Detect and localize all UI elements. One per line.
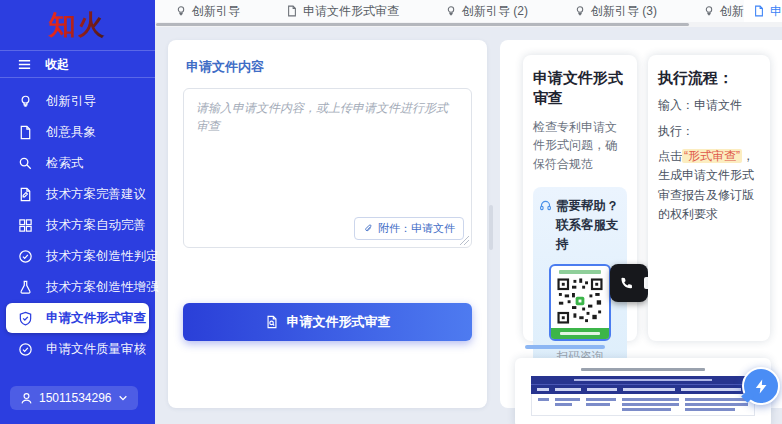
sidebar-item-formality-review[interactable]: 申请文件形式审查 [6, 303, 149, 333]
formality-review-submit-button[interactable]: 申请文件形式审查 [183, 303, 472, 341]
sidebar-item-solution-improvement-advice[interactable]: 技术方案完善建议 [6, 179, 149, 209]
qr-top-caption [559, 270, 602, 274]
tab-formality-review-1[interactable]: 申请文件形式审查 [286, 3, 399, 20]
lightbulb-icon [18, 94, 33, 109]
tab-innovation-guide-2[interactable]: 创新引导 (2) [445, 3, 528, 20]
sidebar-collapse-toggle[interactable]: 收起 [0, 50, 155, 78]
help-title-row: 需要帮助？联系客服支持 [539, 197, 621, 253]
sidebar-item-idea-visualization[interactable]: 创意具象 [6, 117, 149, 147]
sidebar-item-label: 技术方案创造性增强 [46, 279, 159, 296]
attachment-button-label: 附件：申请文件 [378, 221, 455, 236]
application-content-textarea[interactable]: 请输入申请文件内容，或上传申请文件进行形式审查 附件：申请文件 [183, 88, 472, 248]
sidebar-item-label: 申请文件质量审核 [46, 341, 146, 358]
process-step-description: 点击“形式审查”，生成申请文件形式审查报告及修订版的权利要求 [658, 147, 760, 224]
sidebar-item-label: 创意具象 [46, 124, 96, 141]
hamburger-icon [17, 57, 32, 72]
feature-description: 检查专利申请文件形式问题，确保符合规范 [533, 118, 627, 174]
sidebar-item-label: 技术方案创造性判定 [46, 248, 159, 265]
report-preview-card[interactable] [515, 358, 771, 424]
search-icon [18, 156, 33, 171]
app-logo: 知火 [0, 0, 155, 50]
sidebar-item-innovation-guide[interactable]: 创新引导 [6, 86, 149, 116]
tab-label: 创新引导 (3) [591, 3, 657, 20]
sidebar-item-creativity-judgement[interactable]: 技术方案创造性判定 [6, 241, 149, 271]
tab-bar: 创新引导 申请文件形式审查 创新引导 (2) 创新引导 (3) 创新引导 (4)… [155, 0, 782, 22]
sidebar-item-search-expression[interactable]: 检索式 [6, 148, 149, 178]
sidebar-item-label: 申请文件形式审查 [46, 310, 146, 327]
tab-formality-review-active[interactable]: 申请文件形式审查 [744, 0, 782, 22]
flask-icon [18, 280, 33, 295]
phone-contact-widget[interactable] [610, 264, 648, 302]
sidebar-item-label: 技术方案自动完善 [46, 217, 146, 234]
lightbulb-icon [574, 5, 586, 17]
shield-check-icon [18, 311, 33, 326]
panel-scrollbar-thumb[interactable] [525, 345, 605, 349]
report-preview-table-row [531, 394, 755, 416]
chevron-down-icon [118, 393, 128, 403]
application-content-card: 申请文件内容 请输入申请文件内容，或上传申请文件进行形式审查 附件：申请文件 申… [168, 40, 487, 408]
textarea-resize-handle[interactable] [460, 236, 469, 245]
report-preview-column-header [531, 384, 755, 394]
tabbar-scrollbar-track[interactable] [155, 22, 782, 27]
process-exec-label: 执行： [658, 123, 760, 140]
content-vertical-scrollbar-thumb[interactable] [489, 205, 493, 250]
sidebar-item-solution-auto-improve[interactable]: 技术方案自动完善 [6, 210, 149, 240]
sidebar-item-label: 技术方案完善建议 [46, 186, 146, 203]
attachment-upload-button[interactable]: 附件：申请文件 [354, 217, 464, 240]
grid-icon [18, 218, 33, 233]
user-icon [20, 392, 33, 405]
app-window: 知火 收起 创新引导 创意具象 检索式 技术方案完善建议 [0, 0, 782, 424]
content-section-label: 申请文件内容 [186, 58, 472, 76]
customer-service-qr-code [549, 264, 611, 341]
headset-icon [539, 199, 552, 212]
check-circle-icon [18, 342, 33, 357]
phone-icon [619, 276, 634, 291]
tab-label: 创新引导 [192, 3, 240, 20]
sidebar: 知火 收起 创新引导 创意具象 检索式 技术方案完善建议 [0, 0, 155, 424]
sidebar-item-label: 检索式 [46, 155, 84, 172]
submit-button-label: 申请文件形式审查 [287, 313, 391, 331]
tab-label: 申请文件形式审查 [303, 3, 399, 20]
document-icon [18, 125, 33, 140]
tab-innovation-guide-1[interactable]: 创新引导 [175, 3, 240, 20]
process-input-line: 输入：申请文件 [658, 97, 760, 114]
document-search-icon [265, 315, 279, 329]
qr-bottom-banner [551, 328, 609, 339]
step-highlight: “形式审查” [682, 149, 742, 163]
tabbar-scrollbar-thumb[interactable] [156, 23, 689, 26]
lightning-bolt-icon [753, 378, 770, 395]
user-account-menu[interactable]: 15011534296 [10, 386, 138, 410]
process-title: 执行流程： [658, 68, 760, 88]
help-and-process-card: 申请文件形式审查 检查专利申请文件形式问题，确保符合规范 需要帮助？联系客服支持 [500, 40, 782, 408]
document-icon [286, 5, 298, 17]
report-preview-header-band [531, 376, 755, 384]
lightbulb-icon [175, 5, 187, 17]
tab-label: 申请文件形式审查 [770, 3, 782, 20]
user-phone: 15011534296 [39, 391, 112, 405]
collapse-label: 收起 [45, 56, 69, 73]
sidebar-item-creativity-enhance[interactable]: 技术方案创造性增强 [6, 272, 149, 302]
lightbulb-icon [703, 5, 715, 17]
sidebar-item-label: 创新引导 [46, 93, 96, 110]
tab-label: 创新引导 (2) [462, 3, 528, 20]
help-title-text: 需要帮助？联系客服支持 [556, 197, 621, 253]
textarea-placeholder: 请输入申请文件内容，或上传申请文件进行形式审查 [184, 89, 471, 145]
step-prefix: 点击 [658, 149, 682, 163]
process-panel: 执行流程： 输入：申请文件 执行： 点击“形式审查”，生成申请文件形式审查报告及… [648, 55, 770, 341]
feature-title: 申请文件形式审查 [533, 68, 627, 109]
sidebar-item-quality-audit[interactable]: 申请文件质量审核 [6, 334, 149, 364]
tab-innovation-guide-3[interactable]: 创新引导 (3) [574, 3, 657, 20]
sidebar-menu: 创新引导 创意具象 检索式 技术方案完善建议 技术方案自动完善 技术方案创造性判… [0, 86, 155, 364]
paperclip-icon [363, 223, 374, 234]
qr-code-image [555, 277, 605, 325]
report-preview-title-line [581, 368, 704, 371]
document-icon [753, 5, 765, 17]
lightbulb-icon [445, 5, 457, 17]
check-circle-icon [18, 249, 33, 264]
document-edit-icon [18, 187, 33, 202]
chat-assistant-fab[interactable] [742, 367, 780, 405]
